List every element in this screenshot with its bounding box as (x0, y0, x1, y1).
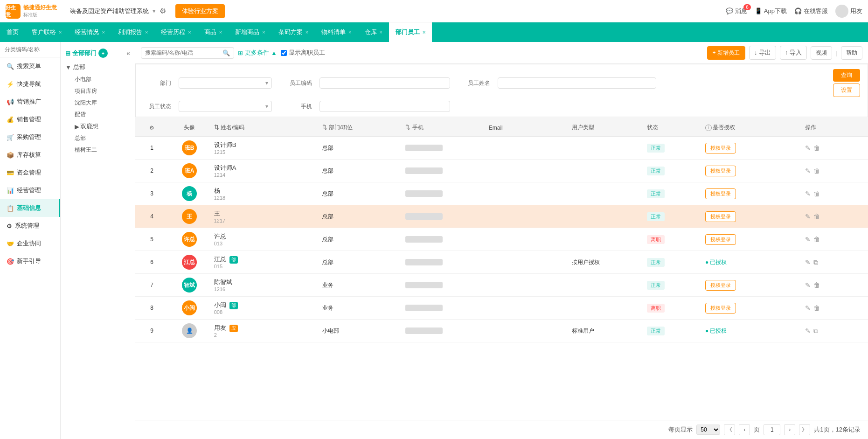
nav-warehouse[interactable]: 仓库× (358, 22, 389, 42)
delete-icon-7[interactable]: 🗑 (813, 281, 820, 289)
close-icon[interactable]: × (219, 29, 222, 35)
help-button[interactable]: 帮助 (841, 46, 862, 60)
copy-icon-9[interactable]: ⧉ (813, 327, 818, 335)
auth-button-1[interactable]: 授权登录 (705, 143, 736, 153)
set-button[interactable]: 设置 (833, 84, 860, 97)
trial-button[interactable]: 体验行业方案 (175, 4, 225, 18)
sidebar-item-basicinfo[interactable]: 📋基础信息 (0, 199, 60, 217)
nav-home[interactable]: 首页 (0, 22, 25, 42)
nav-profit[interactable]: 利润报告× (111, 22, 154, 42)
delete-icon-1[interactable]: 🗑 (813, 144, 820, 152)
nav-goods[interactable]: 商品× (198, 22, 229, 42)
close-icon[interactable]: × (380, 29, 382, 35)
nav-journey[interactable]: 经营历程× (154, 22, 197, 42)
search-input[interactable] (145, 49, 220, 56)
export-button[interactable]: ↓ 导出 (749, 46, 776, 60)
auth-button-5[interactable]: 授权登录 (705, 234, 736, 245)
search-button[interactable]: 查询 (833, 69, 860, 82)
settings-icon[interactable]: ⚙ (160, 7, 166, 15)
close-icon[interactable]: × (102, 29, 104, 35)
dropdown-arrow-icon[interactable]: ▾ (153, 7, 156, 14)
sidebar-item-purchase[interactable]: 🛒采购管理 (0, 128, 60, 146)
dept-select[interactable] (179, 77, 272, 89)
app-download-item[interactable]: 📱 App下载 (755, 7, 787, 15)
sidebar-item-inventory[interactable]: 📦库存核算 (0, 146, 60, 164)
col-header-phone[interactable]: ⇅ 手机 (402, 119, 485, 137)
col-header-name[interactable]: ⇅ 姓名/编码 (210, 119, 319, 137)
dept-child-zongbu[interactable]: 总部 (61, 132, 135, 144)
per-page-select[interactable]: 50 100 (696, 425, 720, 435)
emp-status-select[interactable] (179, 101, 272, 112)
edit-icon-2[interactable]: ✎ (805, 167, 811, 174)
first-page-button[interactable]: 《 (724, 424, 735, 435)
dept-collapse-icon[interactable]: « (126, 49, 130, 57)
close-icon[interactable]: × (423, 29, 425, 35)
close-icon[interactable]: × (145, 29, 148, 35)
auth-button-3[interactable]: 授权登录 (705, 188, 736, 199)
nav-barcode[interactable]: 条码方案× (272, 22, 315, 42)
emp-name-input[interactable] (498, 77, 656, 89)
auth-button-7[interactable]: 授权登录 (705, 280, 736, 291)
delete-icon-3[interactable]: 🗑 (813, 190, 820, 197)
sidebar-item-collab[interactable]: 🤝企业协同 (0, 235, 60, 252)
sidebar-item-guide[interactable]: 🎯新手引导 (0, 252, 60, 270)
nav-operation[interactable]: 经营情况× (68, 22, 111, 42)
close-icon[interactable]: × (262, 29, 265, 35)
auth-button-2[interactable]: 授权登录 (705, 166, 736, 176)
emp-code-input[interactable] (319, 77, 450, 89)
sidebar-item-sales[interactable]: 💰销售管理 (0, 111, 60, 128)
prev-page-button[interactable]: ‹ (739, 424, 750, 435)
message-item[interactable]: 💬 消息 6 (726, 7, 747, 15)
sidebar-item-quicknav[interactable]: ⚡快捷导航 (0, 75, 60, 93)
sidebar-item-marketing[interactable]: 📢营销推广 (0, 93, 60, 111)
sidebar-search-input[interactable] (5, 46, 61, 53)
view-button[interactable]: 视频 (811, 46, 832, 60)
close-icon[interactable]: × (348, 29, 351, 35)
edit-icon-6[interactable]: ✎ (805, 258, 811, 266)
edit-icon-4[interactable]: ✎ (805, 213, 811, 220)
dept-item-root[interactable]: ▼ 总部 (61, 61, 135, 74)
nav-dept-staff[interactable]: 部门员工× (389, 22, 432, 42)
col-header-settings[interactable]: ⚙ (135, 119, 168, 137)
edit-icon-3[interactable]: ✎ (805, 190, 811, 197)
nav-add-goods[interactable]: 新增商品× (229, 22, 271, 42)
show-resigned-checkbox[interactable]: 显示离职员工 (281, 49, 325, 57)
sidebar-item-finance[interactable]: 💳资金管理 (0, 164, 60, 181)
dept-child-peihuo[interactable]: 配货 (61, 109, 135, 120)
edit-icon-9[interactable]: ✎ (805, 327, 811, 335)
sidebar-item-bizmanage[interactable]: 📊经营管理 (0, 181, 60, 199)
edit-icon-1[interactable]: ✎ (805, 144, 811, 152)
nav-bom[interactable]: 物料清单× (315, 22, 358, 42)
add-employee-button[interactable]: + 新增员工 (707, 46, 745, 60)
close-icon[interactable]: × (306, 29, 308, 35)
dept-child-zhishu[interactable]: 植树王二 (61, 144, 135, 156)
auth-button-8[interactable]: 授权登录 (705, 303, 736, 314)
last-page-button[interactable]: 》 (799, 424, 810, 435)
edit-icon-5[interactable]: ✎ (805, 236, 811, 243)
delete-icon-8[interactable]: 🗑 (813, 304, 820, 312)
dept-child-shuanglu[interactable]: ▶ 双鹿想 (61, 120, 135, 132)
dept-child-shenyang[interactable]: 沈阳大库 (61, 97, 135, 109)
delete-icon-5[interactable]: 🗑 (813, 236, 820, 243)
delete-icon-4[interactable]: 🗑 (813, 213, 820, 220)
dept-child-xiangmukufang[interactable]: 项目库房 (61, 85, 135, 97)
edit-icon-8[interactable]: ✎ (805, 304, 811, 312)
resigned-checkbox-input[interactable] (281, 50, 287, 56)
copy-icon-6[interactable]: ⧉ (813, 258, 818, 266)
search-submit-icon[interactable]: 🔍 (222, 49, 230, 56)
import-button[interactable]: ↑ 导入 (780, 46, 807, 60)
close-icon[interactable]: × (59, 29, 62, 35)
dept-add-btn[interactable]: + (98, 49, 108, 58)
more-filter-btn[interactable]: ⊞ 更多条件 ▲ (238, 49, 277, 57)
sidebar-item-sysmanage[interactable]: ⚙系统管理 (0, 217, 60, 235)
dept-child-xiaodibu[interactable]: 小电部 (61, 74, 135, 85)
edit-icon-7[interactable]: ✎ (805, 281, 811, 289)
page-input[interactable] (764, 424, 780, 435)
sidebar-item-search[interactable]: 🔍搜索菜单 (0, 57, 60, 75)
auth-button-4[interactable]: 授权登录 (705, 211, 736, 222)
col-header-dept[interactable]: ⇅ 部门/职位 (319, 119, 402, 137)
user-item[interactable]: 用友 (835, 5, 862, 18)
close-icon[interactable]: × (188, 29, 191, 35)
phone-input[interactable] (319, 101, 450, 112)
delete-icon-2[interactable]: 🗑 (813, 167, 820, 174)
